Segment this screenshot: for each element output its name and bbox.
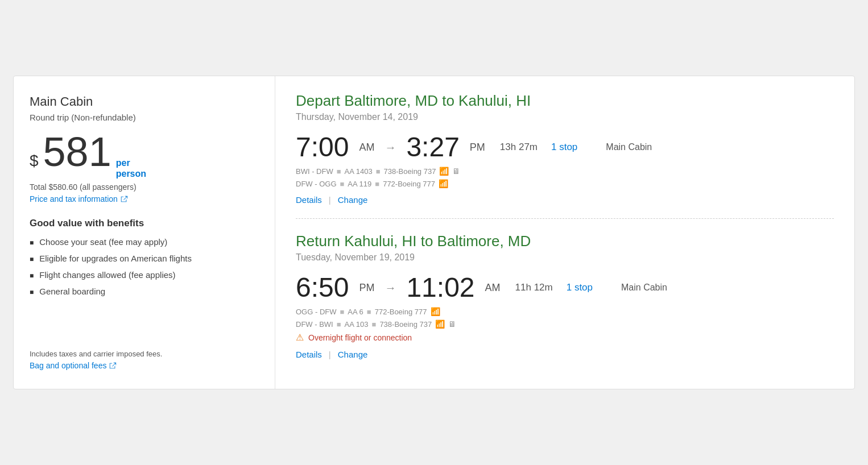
depart-depart-period: AM (359, 142, 374, 153)
return-seg2-route: DFW - BWI (296, 320, 333, 329)
price-row: $ 581 perperson (30, 131, 259, 179)
trip-type: Round trip (Non-refundable) (30, 113, 259, 122)
return-arrive-time: 11:02 (406, 274, 474, 301)
depart-seg1-flight: AA 1403 (345, 167, 373, 176)
bullet-icon: ■ (30, 255, 34, 263)
wifi-icon-3: 📶 (431, 307, 440, 316)
arrow-icon-2: → (385, 281, 396, 294)
external-link-icon-2 (109, 362, 117, 369)
return-seg2-flight: AA 103 (345, 320, 369, 329)
return-seg2-aircraft: 738-Boeing 737 (379, 320, 432, 329)
right-panel: Depart Baltimore, MD to Kahului, HI Thur… (275, 76, 854, 389)
depart-arrive-time: 3:27 (406, 134, 459, 161)
return-segment-2: DFW - BWI ■ AA 103 ■ 738-Boeing 737 📶 🖥 (296, 319, 834, 329)
wifi-icon: 📶 (439, 167, 449, 176)
benefit-text-1: Choose your seat (fee may apply) (39, 237, 167, 247)
return-actions: Details | Change (296, 350, 834, 359)
depart-segment-2: DFW - OGG ■ AA 119 ■ 772-Boeing 777 📶 (296, 179, 834, 188)
depart-stops-link[interactable]: 1 stop (551, 142, 577, 153)
benefit-text-4: General boarding (39, 287, 105, 296)
depart-seg1-route: BWI - DFW (296, 167, 333, 176)
overnight-text: Overnight flight or connection (308, 333, 412, 342)
depart-segment-1: BWI - DFW ■ AA 1403 ■ 738-Boeing 737 📶 🖥 (296, 167, 834, 176)
return-seg1-flight: AA 6 (348, 308, 363, 316)
benefit-item-3: ■ Flight changes allowed (fee applies) (30, 270, 259, 280)
depart-route-title: Depart Baltimore, MD to Kahului, HI (296, 92, 834, 110)
return-stops-link[interactable]: 1 stop (567, 282, 593, 293)
entertainment-icon: 🖥 (452, 167, 460, 176)
depart-arrive-period: PM (470, 142, 485, 153)
benefit-item-4: ■ General boarding (30, 287, 259, 296)
depart-seg2-route: DFW - OGG (296, 180, 337, 188)
left-panel: Main Cabin Round trip (Non-refundable) $… (14, 76, 275, 389)
warning-icon: ⚠ (296, 332, 304, 343)
return-cabin-label: Main Cabin (621, 283, 667, 293)
return-route-title: Return Kahului, HI to Baltimore, MD (296, 232, 834, 250)
depart-section: Depart Baltimore, MD to Kahului, HI Thur… (296, 92, 834, 218)
entertainment-icon-2: 🖥 (448, 319, 456, 329)
bullet-icon: ■ (30, 239, 34, 247)
benefit-item-2: ■ Eligible for upgrades on American flig… (30, 254, 259, 263)
cabin-title: Main Cabin (30, 94, 259, 109)
wifi-icon-4: 📶 (435, 319, 445, 329)
price-amount: 581 (43, 131, 111, 172)
flight-card: Main Cabin Round trip (Non-refundable) $… (13, 76, 855, 389)
price-info-link[interactable]: Price and tax information (30, 194, 128, 204)
overnight-warning: ⚠ Overnight flight or connection (296, 332, 834, 343)
depart-seg2-flight: AA 119 (348, 180, 371, 188)
return-depart-time: 6:50 (296, 274, 349, 301)
left-content: Main Cabin Round trip (Non-refundable) $… (30, 94, 259, 303)
return-depart-period: PM (359, 282, 374, 294)
return-date: Tuesday, November 19, 2019 (296, 252, 834, 263)
depart-seg2-aircraft: 772-Boeing 777 (383, 180, 435, 188)
depart-date: Thursday, November 14, 2019 (296, 112, 834, 122)
depart-depart-time: 7:00 (296, 134, 349, 161)
depart-seg1-aircraft: 738-Boeing 737 (384, 167, 436, 176)
benefit-item-1: ■ Choose your seat (fee may apply) (30, 237, 259, 247)
benefits-section: Good value with benefits ■ Choose your s… (30, 218, 259, 296)
depart-duration: 13h 27m (500, 142, 538, 153)
return-section: Return Kahului, HI to Baltimore, MD Tues… (296, 218, 834, 373)
benefit-text-2: Eligible for upgrades on American flight… (39, 254, 192, 263)
bullet-icon: ■ (30, 288, 34, 296)
return-times-row: 6:50 PM → 11:02 AM 11h 12m 1 stop Main C… (296, 274, 834, 301)
depart-cabin-label: Main Cabin (606, 142, 652, 152)
per-person: perperson (116, 157, 146, 179)
arrow-icon: → (385, 141, 396, 154)
return-seg1-route: OGG - DFW (296, 308, 337, 316)
footer-text: Includes taxes and carrier imposed fees. (30, 350, 259, 358)
return-duration: 11h 12m (515, 282, 553, 293)
external-link-icon (120, 195, 128, 203)
wifi-icon-2: 📶 (439, 179, 448, 188)
benefits-title: Good value with benefits (30, 218, 259, 229)
return-seg1-aircraft: 772-Boeing 777 (375, 308, 427, 316)
dollar-sign: $ (30, 152, 39, 170)
depart-times-row: 7:00 AM → 3:27 PM 13h 27m 1 stop Main Ca… (296, 134, 834, 161)
depart-details-link[interactable]: Details (296, 195, 322, 205)
depart-actions: Details | Change (296, 195, 834, 205)
return-details-link[interactable]: Details (296, 350, 322, 359)
return-arrive-period: AM (485, 282, 501, 294)
total-price: Total $580.60 (all passengers) (30, 182, 259, 192)
return-segment-1: OGG - DFW ■ AA 6 ■ 772-Boeing 777 📶 (296, 307, 834, 316)
benefit-text-3: Flight changes allowed (fee applies) (39, 270, 175, 280)
bag-fees-link[interactable]: Bag and optional fees (30, 361, 117, 370)
footer-section: Includes taxes and carrier imposed fees.… (30, 350, 259, 371)
depart-change-link[interactable]: Change (338, 195, 368, 205)
return-change-link[interactable]: Change (338, 350, 368, 359)
bullet-icon: ■ (30, 272, 34, 280)
